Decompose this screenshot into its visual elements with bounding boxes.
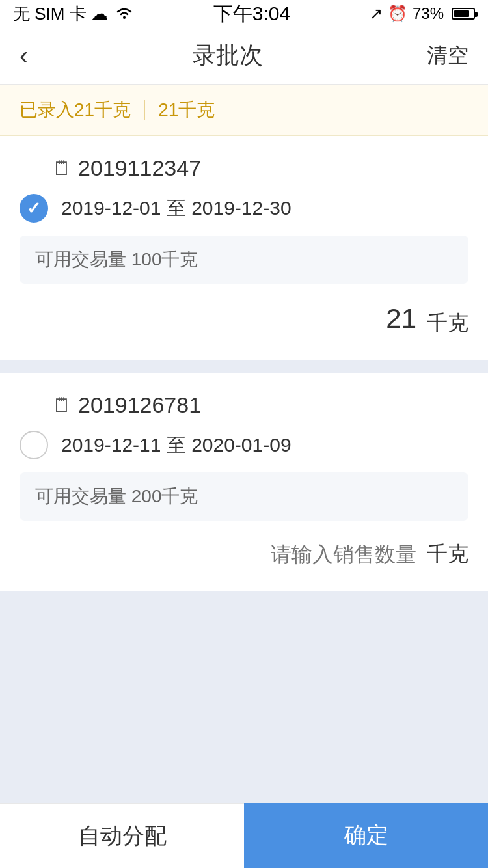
batch-1-date-row: 2019-12-01 至 2019-12-30 [0, 187, 488, 229]
auto-distribute-button[interactable]: 自动分配 [0, 803, 244, 868]
svg-point-0 [123, 16, 126, 19]
batch-2-id: 2019126781 [78, 392, 201, 418]
battery-percent: 73% [413, 5, 444, 23]
total-amount: 21千克 [158, 98, 215, 122]
recorded-amount: 已录入21千克 [20, 98, 131, 122]
banner-divider [144, 100, 145, 120]
batch-2-date: 2019-12-11 至 2020-01-09 [61, 432, 291, 459]
batch-card-1: 🗒 2019112347 2019-12-01 至 2019-12-30 可用交… [0, 136, 488, 360]
batch-1-date: 2019-12-01 至 2019-12-30 [61, 195, 291, 222]
batch-1-radio[interactable] [20, 194, 48, 223]
batch-1-header: 🗒 2019112347 [0, 136, 488, 187]
status-time: 下午3:04 [213, 1, 290, 27]
batch-2-radio[interactable] [20, 431, 48, 459]
batch-card-2: 🗒 2019126781 2019-12-11 至 2020-01-09 可用交… [0, 373, 488, 591]
batch-2-unit: 千克 [427, 540, 468, 571]
location-icon: ↗ [370, 5, 383, 23]
status-bar: 无 SIM 卡 ☁ 下午3:04 ↗ ⏰ 73% [0, 0, 488, 27]
nav-bar: ‹ 录批次 清空 [0, 27, 488, 85]
batch-1-icon: 🗒 [52, 157, 72, 180]
clear-button[interactable]: 清空 [427, 42, 468, 70]
section-separator [0, 360, 488, 373]
wifi-icon [115, 4, 134, 24]
batch-1-id: 2019112347 [78, 156, 201, 181]
no-sim-text: 无 SIM 卡 ☁ [13, 3, 108, 25]
batch-2-header: 🗒 2019126781 [0, 373, 488, 424]
battery-icon [452, 8, 475, 20]
status-right: ↗ ⏰ 73% [370, 5, 475, 23]
confirm-button[interactable]: 确定 [244, 803, 488, 868]
batch-1-quantity: 21 [386, 303, 416, 334]
batch-1-unit: 千克 [427, 309, 468, 340]
status-left: 无 SIM 卡 ☁ [13, 3, 134, 25]
batch-1-availability: 可用交易量 100千克 [20, 236, 468, 284]
batch-2-date-row: 2019-12-11 至 2020-01-09 [0, 424, 488, 466]
info-banner: 已录入21千克 21千克 [0, 85, 488, 136]
back-button[interactable]: ‹ [20, 41, 28, 70]
batch-2-quantity-input[interactable] [208, 543, 416, 567]
batch-2-availability: 可用交易量 200千克 [20, 472, 468, 521]
bottom-buttons: 自动分配 确定 [0, 803, 488, 868]
alarm-icon: ⏰ [388, 5, 407, 23]
page-title: 录批次 [193, 40, 263, 72]
batch-2-icon: 🗒 [52, 394, 72, 416]
